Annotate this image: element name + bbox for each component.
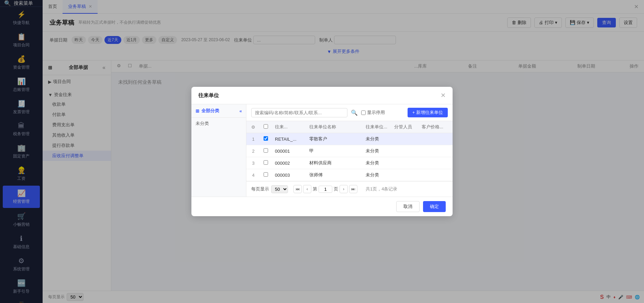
collapse-category-icon[interactable]: « (240, 108, 242, 114)
modal-close-button[interactable]: ✕ (441, 92, 446, 99)
modal-category-panel: ⊞ 全部分类 « 未分类 (191, 104, 246, 197)
row-name: 张师傅 (306, 169, 362, 181)
modal-search-input[interactable] (251, 108, 347, 117)
row-checkbox[interactable] (264, 172, 268, 177)
row-number: 2 (246, 145, 260, 157)
table-header-person[interactable]: 分管人员 (391, 121, 418, 133)
modal-body: ⊞ 全部分类 « 未分类 🔍 显示停用 + 新增往来单位 (191, 104, 453, 197)
row-name: 材料供应商 (306, 157, 362, 169)
modal-right-panel: 🔍 显示停用 + 新增往来单位 ⚙ (246, 104, 453, 197)
row-code: RETAIL_... (271, 133, 306, 145)
page-number-input[interactable] (319, 186, 332, 193)
row-checkbox-cell[interactable] (260, 169, 271, 181)
row-category: 未分类 (362, 169, 391, 181)
row-person (391, 145, 418, 157)
row-name: 零散客户 (306, 133, 362, 145)
table-header-name[interactable]: 往来单位名称 (306, 121, 362, 133)
row-checkbox-cell[interactable] (260, 145, 271, 157)
first-page-btn[interactable]: ⏮ (293, 185, 302, 193)
pagination-total: 共1页，4条记录 (366, 186, 397, 192)
row-price-level (418, 157, 453, 169)
modal-all-category[interactable]: ⊞ 全部分类 « (191, 104, 246, 118)
row-person (391, 157, 418, 169)
prev-page-btn[interactable]: ‹ (303, 185, 311, 193)
table-row[interactable]: 3 000002 材料供应商 未分类 (246, 157, 453, 169)
row-price-level (418, 133, 453, 145)
row-code: 000003 (271, 169, 306, 181)
row-person (391, 169, 418, 181)
row-checkbox[interactable] (264, 148, 268, 153)
grid-icon: ⊞ (196, 108, 199, 114)
last-page-btn[interactable]: ⏭ (349, 185, 357, 193)
pagination-nav: ⏮ ‹ 第 页 › ⏭ (293, 185, 357, 193)
row-price-level (418, 145, 453, 157)
modal-header: 往来单位 ✕ (191, 87, 453, 104)
row-category: 未分类 (362, 157, 391, 169)
search-icon: 🔍 (351, 109, 358, 116)
modal-title: 往来单位 (198, 92, 219, 99)
row-category: 未分类 (362, 145, 391, 157)
per-page-select-modal[interactable]: 50 (271, 185, 288, 193)
table-row[interactable]: 4 000003 张师傅 未分类 (246, 169, 453, 181)
modal-table: ⚙ 往来... 往来单位名称 (246, 121, 453, 181)
row-checkbox-cell[interactable] (260, 133, 271, 145)
select-all-checkbox[interactable] (264, 124, 268, 129)
table-header-price-level[interactable]: 客户价格... (418, 121, 453, 133)
next-page-btn[interactable]: › (340, 185, 348, 193)
table-row[interactable]: 1 RETAIL_... 零散客户 未分类 (246, 133, 453, 145)
row-checkbox[interactable] (264, 160, 268, 165)
row-number: 4 (246, 169, 260, 181)
row-checkbox[interactable] (264, 136, 268, 141)
show-disabled-checkbox[interactable] (361, 110, 366, 115)
row-code: 000002 (271, 157, 306, 169)
row-price-level (418, 169, 453, 181)
modal-uncategorized[interactable]: 未分类 (191, 118, 246, 129)
confirm-button[interactable]: 确定 (423, 201, 446, 212)
table-header-checkbox[interactable] (260, 121, 271, 133)
show-disabled-label[interactable]: 显示停用 (361, 109, 385, 116)
cancel-button[interactable]: 取消 (396, 201, 420, 212)
table-header-settings[interactable]: ⚙ (246, 121, 260, 133)
pagination-per-page: 每页显示 50 (251, 185, 288, 193)
row-number: 3 (246, 157, 260, 169)
table-header-category[interactable]: 往来单位... (362, 121, 391, 133)
modal-footer: 取消 确定 (191, 197, 453, 216)
row-person (391, 133, 418, 145)
row-code: 000001 (271, 145, 306, 157)
partner-modal: 往来单位 ✕ ⊞ 全部分类 « 未分类 🔍 (191, 87, 453, 216)
row-category: 未分类 (362, 133, 391, 145)
modal-pagination: 每页显示 50 ⏮ ‹ 第 页 › ⏭ 共1页，4条记录 (246, 181, 453, 197)
row-name: 甲 (306, 145, 362, 157)
add-partner-button[interactable]: + 新增往来单位 (408, 108, 448, 117)
row-number: 1 (246, 133, 260, 145)
row-checkbox-cell[interactable] (260, 157, 271, 169)
modal-toolbar: 🔍 显示停用 + 新增往来单位 (246, 104, 453, 121)
modal-overlay: 往来单位 ✕ ⊞ 全部分类 « 未分类 🔍 (0, 0, 644, 303)
table-row[interactable]: 2 000001 甲 未分类 (246, 145, 453, 157)
table-header-code[interactable]: 往来... (271, 121, 306, 133)
